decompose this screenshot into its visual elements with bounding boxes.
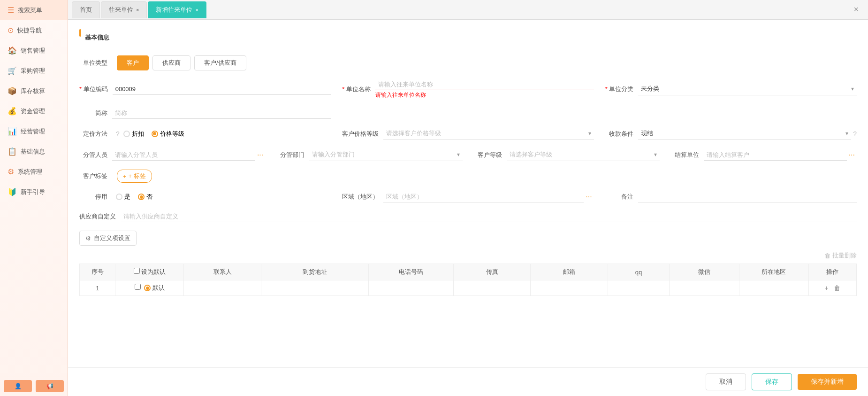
row-default-radio[interactable]: 默认 xyxy=(144,284,165,292)
unit-type-row: 单位类型 客户 供应商 客户/供应商 xyxy=(79,55,857,70)
sidebar-item-finance[interactable]: 💰 资金管理 xyxy=(0,101,68,121)
cell-short-name: 简称 xyxy=(79,108,331,119)
unit-name-error: 请输入往来单位名称 xyxy=(375,91,594,99)
radio-price-level[interactable]: 价格等级 xyxy=(152,130,184,138)
region-dots-btn[interactable]: ··· xyxy=(584,193,594,201)
sidebar-item-inventory[interactable]: 📦 库存核算 xyxy=(0,81,68,101)
phone-input[interactable] xyxy=(390,285,432,292)
customer-level-select[interactable]: 请选择客户等级 ▾ xyxy=(507,148,660,161)
sidebar-item-operations[interactable]: 📊 经营管理 xyxy=(0,121,68,141)
email-input[interactable] xyxy=(550,285,588,292)
tab-units-close[interactable]: × xyxy=(136,7,139,13)
add-row-btn[interactable]: + xyxy=(822,283,830,293)
sidebar-item-search[interactable]: ☰ 搜索菜单 xyxy=(0,0,68,20)
type-btn-customer[interactable]: 客户 xyxy=(117,55,149,70)
operations-icon: 📊 xyxy=(8,127,17,136)
supplier-custom-input[interactable] xyxy=(121,211,857,222)
customer-level-chevron-icon: ▾ xyxy=(654,151,657,158)
cell-phone[interactable] xyxy=(369,280,454,296)
cell-contact[interactable] xyxy=(184,280,261,296)
row-supplier-custom: 供应商自定义 xyxy=(79,211,857,222)
radio-disabled-yes[interactable]: 是 xyxy=(116,193,130,201)
sales-icon: 🏠 xyxy=(8,46,17,55)
home-icon: ⊙ xyxy=(8,26,14,35)
sidebar-item-quick-nav[interactable]: ⊙ 快捷导航 xyxy=(0,20,68,40)
cell-wechat[interactable] xyxy=(670,280,739,296)
cell-default: 默认 xyxy=(115,280,184,296)
custom-settings-row: ⚙ 自定义项设置 xyxy=(79,231,857,246)
short-name-label: 简称 xyxy=(79,109,112,117)
window-close-btn[interactable]: × xyxy=(848,5,864,15)
manager-dots-btn[interactable]: ··· xyxy=(255,151,265,159)
manager-input[interactable] xyxy=(112,149,255,161)
tab-home[interactable]: 首页 xyxy=(72,1,100,18)
radio-disabled-no[interactable]: 否 xyxy=(138,193,152,201)
batch-delete-btn[interactable]: 🗑 批量删除 xyxy=(79,251,857,260)
pricing-help-icon[interactable]: ? xyxy=(116,130,120,138)
cell-fax[interactable] xyxy=(453,280,530,296)
unit-type-cell: 单位类型 客户 供应商 客户/供应商 xyxy=(79,55,246,70)
section-bar-icon xyxy=(79,29,81,37)
unit-name-input[interactable] xyxy=(375,79,594,90)
add-tag-button[interactable]: + + 标签 xyxy=(117,170,152,183)
sidebar-user-btn[interactable]: 👤 xyxy=(4,380,32,392)
delete-row-btn[interactable]: 🗑 xyxy=(832,283,842,293)
tab-units[interactable]: 往来单位 × xyxy=(101,1,147,18)
sidebar: ☰ 搜索菜单 ⊙ 快捷导航 🏠 销售管理 🛒 采购管理 📦 库存核算 💰 资金管… xyxy=(0,0,68,396)
unit-code-input[interactable] xyxy=(113,84,331,95)
cell-region: 区域（地区） ··· xyxy=(342,191,594,202)
payment-terms-help-icon[interactable]: ? xyxy=(853,130,857,138)
sidebar-notify-btn[interactable]: 📢 xyxy=(36,380,64,392)
sidebar-item-purchase[interactable]: 🛒 采购管理 xyxy=(0,61,68,81)
cancel-button[interactable]: 取消 xyxy=(706,373,746,390)
cell-address[interactable] xyxy=(261,280,368,296)
notes-input[interactable] xyxy=(638,191,857,202)
sidebar-bottom: 👤 📢 xyxy=(0,376,68,396)
unit-category-select[interactable]: 未分类 ▾ xyxy=(638,83,857,95)
cell-qq[interactable] xyxy=(608,280,670,296)
type-btn-both[interactable]: 客户/供应商 xyxy=(194,55,246,70)
cell-email[interactable] xyxy=(531,280,608,296)
cell-region[interactable] xyxy=(739,280,808,296)
customer-tag-label: 客户标签 xyxy=(79,172,112,180)
payment-terms-select[interactable]: 现结 ▾ xyxy=(638,127,852,140)
sidebar-item-sales[interactable]: 🏠 销售管理 xyxy=(0,40,68,61)
unit-name-wrap: 请输入往来单位名称 xyxy=(375,79,594,99)
cell-unit-code: 单位编码 xyxy=(79,84,331,95)
supplier-custom-label: 供应商自定义 xyxy=(79,212,121,221)
unit-code-label: 单位编码 xyxy=(79,85,113,93)
row-customer-tag: 客户标签 + + 标签 xyxy=(79,170,857,183)
save-button[interactable]: 保存 xyxy=(752,373,792,390)
wechat-input[interactable] xyxy=(688,285,721,292)
section-basic-info: 基本信息 xyxy=(79,29,857,46)
department-select[interactable]: 请输入分管部门 ▾ xyxy=(309,148,462,161)
region-input[interactable] xyxy=(383,191,584,202)
row-checkbox[interactable] xyxy=(135,284,141,290)
col-contact: 联系人 xyxy=(184,264,261,280)
settlement-unit-input[interactable] xyxy=(704,149,847,161)
table-header-row: 序号 设为默认 联系人 到货地址 电话号码 传真 邮箱 qq 微信 所在地区 操… xyxy=(80,264,857,280)
select-all-checkbox[interactable] xyxy=(134,268,140,274)
save-new-button[interactable]: 保存并新增 xyxy=(798,374,857,390)
table-region-input[interactable] xyxy=(757,285,790,292)
customer-price-level-select[interactable]: 请选择客户价格等级 ▾ xyxy=(383,127,594,140)
tab-new-unit-close[interactable]: × xyxy=(195,7,198,13)
tab-new-unit[interactable]: 新增往来单位 × xyxy=(148,1,206,18)
radio-discount[interactable]: 折扣 xyxy=(123,130,144,138)
sidebar-item-new-guide[interactable]: 🔰 新手引导 xyxy=(0,182,68,202)
contact-input[interactable] xyxy=(204,285,241,292)
fax-input[interactable] xyxy=(473,285,511,292)
sidebar-item-basic-info[interactable]: 📋 基础信息 xyxy=(0,141,68,162)
col-wechat: 微信 xyxy=(670,264,739,280)
qq-input[interactable] xyxy=(624,285,653,292)
sidebar-item-system[interactable]: ⚙ 系统管理 xyxy=(0,162,68,182)
col-region: 所在地区 xyxy=(739,264,808,280)
cell-action: + 🗑 xyxy=(808,280,856,296)
short-name-input[interactable] xyxy=(112,108,331,119)
basic-info-icon: 📋 xyxy=(8,147,17,156)
settlement-unit-dots-btn[interactable]: ··· xyxy=(847,151,857,159)
address-input[interactable] xyxy=(287,285,343,292)
type-btn-supplier[interactable]: 供应商 xyxy=(152,55,190,70)
custom-settings-button[interactable]: ⚙ 自定义项设置 xyxy=(79,231,137,246)
finance-icon: 💰 xyxy=(8,107,17,116)
